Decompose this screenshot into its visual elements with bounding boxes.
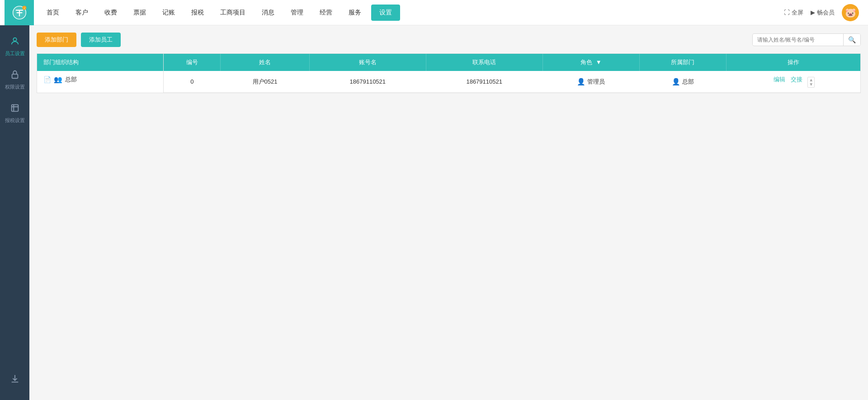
sidebar-item-taxsettings[interactable]: 报税设置 bbox=[0, 97, 29, 130]
cell-id: 0 bbox=[164, 71, 221, 93]
svg-rect-3 bbox=[12, 74, 18, 78]
dept-tree-header: 部门组织结构 bbox=[37, 54, 163, 71]
add-emp-button[interactable]: 添加员工 bbox=[81, 33, 121, 47]
edit-button[interactable]: 编辑 bbox=[774, 76, 785, 83]
fullscreen-icon: ⛶ bbox=[784, 9, 790, 16]
filter-icon[interactable]: ▼ bbox=[596, 59, 602, 66]
user-avatar[interactable]: 🐷 bbox=[842, 4, 859, 21]
logo: ✓ bbox=[5, 0, 34, 25]
search-input[interactable] bbox=[753, 34, 843, 45]
role-icon: 👤 bbox=[577, 78, 585, 86]
sidebar-item-permission[interactable]: 权限设置 bbox=[0, 63, 29, 97]
toolbar: 添加部门 添加员工 🔍 bbox=[37, 33, 861, 47]
nav-business[interactable]: 工商项目 bbox=[212, 0, 254, 25]
vip-label: 畅会员 bbox=[817, 9, 835, 17]
col-phone: 联系电话 bbox=[426, 54, 542, 71]
nav-tax[interactable]: 报税 bbox=[183, 0, 212, 25]
nav-service[interactable]: 服务 bbox=[340, 0, 369, 25]
nav-settings[interactable]: 设置 bbox=[371, 5, 400, 21]
cell-role: 👤 管理员 bbox=[542, 71, 639, 93]
transfer-button[interactable]: 交接 bbox=[791, 76, 802, 83]
nav-manage[interactable]: 管理 bbox=[283, 0, 311, 25]
employee-table: 编号 姓名 账号名 联系电话 角色 ▼ 所属部门 操作 bbox=[164, 54, 860, 93]
dept-user-icon: 👥 bbox=[54, 75, 62, 84]
cell-account: 18679110521 bbox=[309, 71, 426, 93]
dept-icon: 👤 bbox=[672, 78, 680, 86]
table-header-row: 编号 姓名 账号名 联系电话 角色 ▼ 所属部门 操作 bbox=[164, 54, 860, 71]
sidebar-employee-label: 员工设置 bbox=[5, 50, 25, 57]
sidebar-taxsettings-label: 报税设置 bbox=[5, 117, 25, 124]
col-id: 编号 bbox=[164, 54, 221, 71]
nav-message[interactable]: 消息 bbox=[254, 0, 283, 25]
nav-home[interactable]: 首页 bbox=[38, 0, 67, 25]
cell-ops: 编辑 交接 ▲▼ bbox=[726, 71, 860, 93]
fullscreen-label: 全屏 bbox=[792, 9, 803, 17]
col-role: 角色 ▼ bbox=[542, 54, 639, 71]
nav-right: ⛶ 全屏 ▶ 畅会员 🐷 bbox=[784, 4, 863, 21]
col-account: 账号名 bbox=[309, 54, 426, 71]
add-dept-button[interactable]: 添加部门 bbox=[37, 33, 76, 47]
vip-button[interactable]: ▶ 畅会员 bbox=[811, 9, 835, 17]
svg-point-2 bbox=[13, 38, 16, 41]
col-name: 姓名 bbox=[221, 54, 310, 71]
sort-arrows[interactable]: ▲▼ bbox=[807, 77, 815, 88]
col-dept: 所属部门 bbox=[639, 54, 726, 71]
svg-rect-4 bbox=[11, 105, 18, 112]
nav-customer[interactable]: 客户 bbox=[67, 0, 96, 25]
sidebar-bottom bbox=[10, 367, 20, 400]
search-button[interactable]: 🔍 bbox=[843, 34, 860, 46]
dept-name: 总部 bbox=[65, 75, 77, 84]
sidebar-permission-label: 权限设置 bbox=[5, 84, 25, 90]
nav-operation[interactable]: 经营 bbox=[311, 0, 340, 25]
dept-tree-item-headquarters[interactable]: 📄 👥 总部 bbox=[37, 71, 163, 88]
cell-name: 用户0521 bbox=[221, 71, 310, 93]
col-ops: 操作 bbox=[726, 54, 860, 71]
layout: 员工设置 权限设置 报税设置 bbox=[0, 25, 868, 400]
permission-icon bbox=[10, 70, 20, 82]
dept-label: 总部 bbox=[682, 78, 694, 86]
nav-billing[interactable]: 收费 bbox=[96, 0, 125, 25]
cell-dept: 👤 总部 bbox=[639, 71, 726, 93]
download-icon bbox=[10, 374, 20, 385]
vip-icon: ▶ bbox=[811, 9, 815, 16]
employee-icon bbox=[10, 36, 20, 48]
main-nav: 首页 客户 收费 票据 记账 报税 工商项目 消息 管理 经营 服务 设置 bbox=[38, 0, 784, 25]
table-row: 0 用户0521 18679110521 18679110521 👤 管理员 bbox=[164, 71, 860, 93]
nav-accounting[interactable]: 记账 bbox=[154, 0, 183, 25]
search-bar: 🔍 bbox=[752, 33, 861, 46]
svg-text:✓: ✓ bbox=[23, 6, 25, 9]
cell-phone: 18679110521 bbox=[426, 71, 542, 93]
content-area: 部门组织结构 📄 👥 总部 编号 姓名 账号名 联系电话 bbox=[37, 53, 861, 93]
avatar-icon: 🐷 bbox=[845, 7, 856, 18]
sidebar-item-employee[interactable]: 员工设置 bbox=[0, 30, 29, 63]
nav-invoice[interactable]: 票据 bbox=[125, 0, 154, 25]
role-label: 管理员 bbox=[587, 78, 605, 86]
dept-tree: 部门组织结构 📄 👥 总部 bbox=[37, 54, 164, 93]
sidebar-download[interactable] bbox=[10, 367, 20, 391]
search-icon: 🔍 bbox=[848, 36, 856, 43]
fullscreen-button[interactable]: ⛶ 全屏 bbox=[784, 9, 803, 17]
top-nav: ✓ 首页 客户 收费 票据 记账 报税 工商项目 消息 管理 经营 服务 设置 … bbox=[0, 0, 868, 25]
sidebar: 员工设置 权限设置 报税设置 bbox=[0, 25, 29, 400]
main-content: 添加部门 添加员工 🔍 部门组织结构 📄 👥 总部 bbox=[29, 25, 868, 400]
file-icon: 📄 bbox=[43, 76, 51, 83]
emp-table: 编号 姓名 账号名 联系电话 角色 ▼ 所属部门 操作 bbox=[164, 54, 860, 93]
taxsettings-icon bbox=[10, 103, 20, 115]
